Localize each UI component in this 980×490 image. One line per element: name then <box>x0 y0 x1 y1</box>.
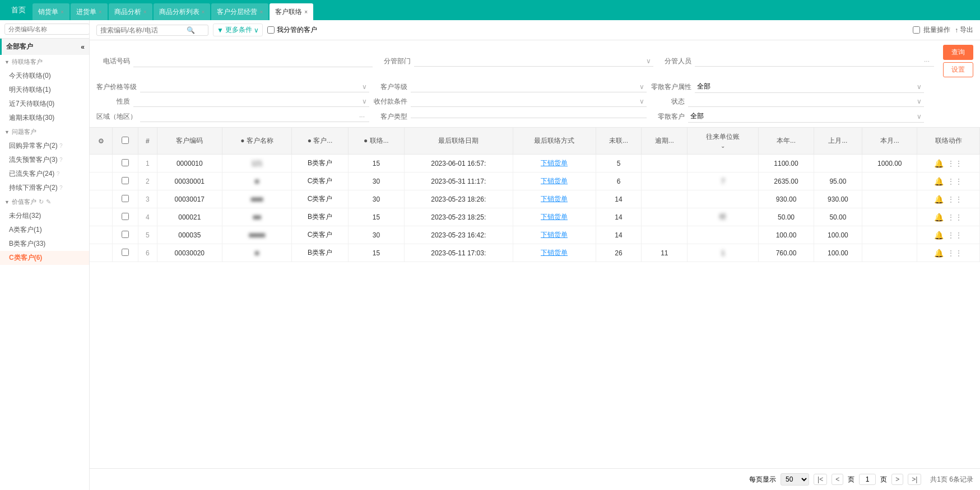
search-input[interactable] <box>100 26 184 34</box>
my-customers-checkbox[interactable] <box>267 26 275 34</box>
row-select-checkbox[interactable] <box>122 213 129 220</box>
nav-tab-purchase[interactable]: 进货单 × <box>71 3 108 20</box>
more-icon[interactable]: ··· <box>922 57 932 65</box>
phone-input[interactable] <box>133 55 373 67</box>
row-checkbox[interactable] <box>113 226 138 244</box>
col-last-date[interactable]: 最后联络日期 <box>405 128 513 155</box>
last-page-btn[interactable]: >| <box>908 474 921 485</box>
col-not-linked[interactable]: 未联... <box>596 128 642 155</box>
sidebar-item-a-class[interactable]: A类客户(1) <box>0 223 89 237</box>
dept-select[interactable]: ∨ <box>414 56 653 67</box>
col-this-year[interactable]: 本年... <box>759 128 814 155</box>
col-this-month[interactable]: 本月... <box>862 128 917 155</box>
col-overdue[interactable]: 逾期... <box>642 128 688 155</box>
nav-home[interactable]: 首页 <box>4 0 32 20</box>
sidebar-item-b-class[interactable]: B类客户(33) <box>0 237 89 251</box>
next-page-btn[interactable]: > <box>891 474 903 485</box>
cust-grade-select[interactable]: ∨ <box>411 82 647 92</box>
sidebar-item-overdue[interactable]: 逾期未联络(30) <box>0 111 89 125</box>
row-last-method[interactable]: 下销货单 <box>513 155 596 172</box>
nav-tab-sales[interactable]: 销货单 × <box>32 3 69 20</box>
sidebar-search-input[interactable] <box>4 24 90 35</box>
payment-select[interactable]: ∨ <box>411 96 647 107</box>
first-page-btn[interactable]: |< <box>814 474 827 485</box>
sidebar-all-customers[interactable]: 全部客户 « <box>0 39 89 55</box>
link-action-icon[interactable]: 🔔 <box>934 249 944 258</box>
row-checkbox[interactable] <box>113 155 138 172</box>
nav-tab-product-analysis[interactable]: 商品分析 × <box>109 3 152 20</box>
retail-attr-select[interactable]: 全部 ∨ <box>695 81 924 93</box>
col-last-month[interactable]: 上月... <box>814 128 862 155</box>
row-last-method[interactable]: 下销货单 <box>513 208 596 226</box>
row-last-method[interactable]: 下销货单 <box>513 244 596 262</box>
col-last-method[interactable]: 最后联络方式 <box>513 128 596 155</box>
nav-tab-customer-contact[interactable]: 客户联络 × <box>270 3 313 20</box>
more-conditions-btn[interactable]: ▼ 更多条件 ∨ <box>213 24 263 36</box>
col-name[interactable]: ● 客户名称 <box>222 128 292 155</box>
export-btn[interactable]: ↑ 导出 <box>955 25 973 35</box>
region-select[interactable]: ··· <box>140 111 369 122</box>
value-grade-select[interactable]: ∨ <box>140 82 369 92</box>
col-settings[interactable]: ⚙ <box>90 128 113 155</box>
close-icon[interactable]: × <box>304 9 308 15</box>
nav-tab-customer-tier[interactable]: 客户分层经营 × <box>211 3 268 20</box>
collapse-icon[interactable]: « <box>81 43 85 51</box>
col-checkbox[interactable] <box>113 128 138 155</box>
row-checkbox[interactable] <box>113 172 138 190</box>
more-action-icon[interactable]: ⋮⋮ <box>947 159 963 168</box>
retail-cust-select[interactable]: 全部 ∨ <box>688 110 924 123</box>
row-last-method[interactable]: 下销货单 <box>513 190 596 208</box>
status-select[interactable]: ∨ <box>688 96 924 107</box>
close-icon[interactable]: × <box>143 9 147 15</box>
current-page-input[interactable] <box>859 474 876 485</box>
more-action-icon[interactable]: ⋮⋮ <box>947 231 963 240</box>
sidebar-item-today[interactable]: 今天待联络(0) <box>0 69 89 83</box>
sidebar-item-ungrouped[interactable]: 未分组(32) <box>0 209 89 223</box>
cust-type-select[interactable] <box>411 115 647 118</box>
row-select-checkbox[interactable] <box>122 177 129 184</box>
nav-tab-product-list[interactable]: 商品分析列表 × <box>154 3 211 20</box>
row-checkbox[interactable] <box>113 244 138 262</box>
close-icon[interactable]: × <box>61 9 64 15</box>
manager-select[interactable]: ··· <box>695 56 934 67</box>
more-action-icon[interactable]: ⋮⋮ <box>947 249 963 258</box>
link-action-icon[interactable]: 🔔 <box>934 195 944 204</box>
link-action-icon[interactable]: 🔔 <box>934 177 944 186</box>
more-action-icon[interactable]: ⋮⋮ <box>947 195 963 204</box>
query-button[interactable]: 查询 <box>943 45 973 60</box>
more-action-icon[interactable]: ⋮⋮ <box>947 177 963 186</box>
col-contact[interactable]: ● 联络... <box>348 128 404 155</box>
row-select-checkbox[interactable] <box>122 231 129 238</box>
col-type[interactable]: ● 客户... <box>292 128 348 155</box>
row-select-checkbox[interactable] <box>122 159 129 166</box>
row-select-checkbox[interactable] <box>122 195 129 202</box>
more-action-icon[interactable]: ⋮⋮ <box>947 213 963 222</box>
sidebar-item-tomorrow[interactable]: 明天待联络(1) <box>0 83 89 97</box>
sidebar-item-declining[interactable]: 持续下滑客户(2) ? <box>0 181 89 195</box>
my-customers-checkbox-wrap[interactable]: 我分管的客户 <box>267 25 317 35</box>
search-icon[interactable]: 🔍 <box>187 26 195 34</box>
row-last-method[interactable]: 下销货单 <box>513 226 596 244</box>
prev-page-btn[interactable]: < <box>832 474 843 485</box>
close-icon[interactable]: × <box>99 9 102 15</box>
sidebar-item-repurchase[interactable]: 回购异常客户(2) ? <box>0 139 89 153</box>
close-icon[interactable]: × <box>259 9 263 15</box>
sidebar-item-7days[interactable]: 近7天待联络(0) <box>0 97 89 111</box>
col-account[interactable]: 往来单位账 ⌄ <box>688 128 759 155</box>
link-action-icon[interactable]: 🔔 <box>934 213 944 222</box>
row-checkbox[interactable] <box>113 190 138 208</box>
bulk-op-btn[interactable]: 批量操作 <box>913 25 950 35</box>
more-icon[interactable]: ··· <box>357 113 367 120</box>
close-icon[interactable]: × <box>202 9 205 15</box>
gender-select[interactable]: ∨ <box>133 96 369 107</box>
reset-button[interactable]: 设置 <box>943 62 973 77</box>
sidebar-item-churn-warning[interactable]: 流失预警客户(3) ? <box>0 153 89 167</box>
select-all-checkbox[interactable] <box>122 137 129 144</box>
per-page-select[interactable]: 50 20 100 <box>781 473 809 486</box>
row-last-method[interactable]: 下销货单 <box>513 172 596 190</box>
bulk-checkbox[interactable] <box>913 26 920 34</box>
sidebar-item-c-class[interactable]: C类客户(6) <box>0 251 89 265</box>
row-select-checkbox[interactable] <box>122 249 129 256</box>
link-action-icon[interactable]: 🔔 <box>934 159 944 168</box>
col-code[interactable]: 客户编码 <box>157 128 222 155</box>
